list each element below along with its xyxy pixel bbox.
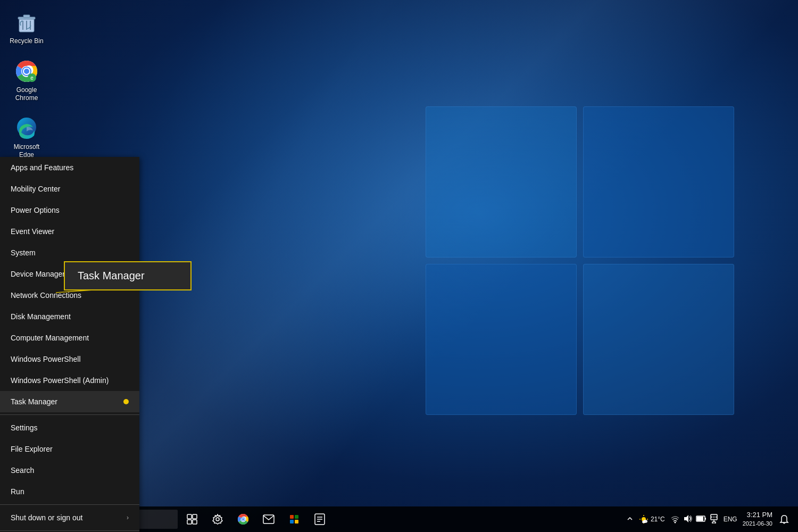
office-icon bbox=[288, 513, 300, 525]
notes-taskbar-button[interactable] bbox=[307, 506, 332, 532]
menu-item-event-viewer[interactable]: Event Viewer bbox=[0, 221, 139, 242]
chrome-svg: e bbox=[15, 60, 38, 83]
task-view-icon bbox=[187, 514, 197, 525]
windows-logo-decoration bbox=[426, 106, 734, 415]
shut-down-arrow: › bbox=[127, 514, 129, 521]
office-taskbar-button[interactable] bbox=[282, 506, 306, 532]
svg-rect-2 bbox=[23, 15, 30, 18]
menu-item-task-manager[interactable]: Task Manager bbox=[0, 391, 139, 412]
microsoft-edge-icon[interactable]: Microsoft Edge bbox=[5, 111, 48, 163]
recycle-bin-icon[interactable]: Recycle Bin bbox=[5, 5, 48, 49]
svg-rect-22 bbox=[187, 520, 192, 524]
menu-item-file-explorer[interactable]: File Explorer bbox=[0, 438, 139, 460]
menu-divider-3 bbox=[0, 530, 139, 531]
chevron-up-icon bbox=[627, 516, 633, 521]
menu-divider-2 bbox=[0, 504, 139, 505]
task-view-button[interactable] bbox=[180, 506, 204, 532]
settings-taskbar-button[interactable] bbox=[205, 506, 230, 532]
gear-icon bbox=[212, 514, 223, 525]
context-menu: Apps and Features Mobility Center Power … bbox=[0, 157, 139, 532]
language-label: ENG bbox=[724, 516, 737, 523]
menu-divider-1 bbox=[0, 414, 139, 415]
recycle-bin-label: Recycle Bin bbox=[10, 37, 43, 45]
svg-rect-31 bbox=[295, 515, 298, 519]
battery-icon bbox=[696, 515, 706, 522]
notification-button[interactable] bbox=[776, 506, 793, 532]
notification-bell-icon bbox=[779, 514, 789, 525]
menu-item-shut-down[interactable]: Shut down or sign out › bbox=[0, 507, 139, 528]
svg-rect-52 bbox=[712, 522, 716, 523]
menu-item-apps-features[interactable]: Apps and Features bbox=[0, 157, 139, 178]
menu-item-computer-management[interactable]: Computer Management bbox=[0, 327, 139, 348]
menu-item-mobility-center[interactable]: Mobility Center bbox=[0, 178, 139, 200]
logo-pane-3 bbox=[426, 264, 577, 415]
google-chrome-image: e bbox=[14, 59, 39, 84]
desktop-icons: Recycle Bin e bbox=[5, 5, 48, 163]
svg-rect-33 bbox=[295, 520, 298, 523]
chrome-taskbar-button[interactable] bbox=[231, 506, 255, 532]
menu-item-search[interactable]: Search bbox=[0, 460, 139, 481]
menu-item-system[interactable]: System bbox=[0, 242, 139, 263]
clock-date: 2021-06-30 bbox=[743, 520, 772, 528]
network-icon-button[interactable] bbox=[670, 514, 680, 525]
recycle-bin-image bbox=[14, 10, 39, 35]
menu-item-disk-management[interactable]: Disk Management bbox=[0, 306, 139, 327]
edge-svg bbox=[15, 117, 38, 140]
menu-item-power-options[interactable]: Power Options bbox=[0, 200, 139, 221]
clock-time: 3:21 PM bbox=[743, 510, 772, 520]
notes-icon bbox=[314, 513, 325, 525]
svg-point-9 bbox=[24, 69, 29, 74]
battery-icon-button[interactable] bbox=[696, 515, 706, 524]
svg-point-44 bbox=[642, 521, 645, 523]
taskbar-system-tray: 21°C bbox=[626, 506, 798, 532]
logo-pane-1 bbox=[426, 106, 577, 257]
microsoft-edge-image bbox=[14, 115, 39, 141]
svg-rect-30 bbox=[290, 515, 294, 519]
menu-item-settings[interactable]: Settings bbox=[0, 417, 139, 438]
svg-marker-46 bbox=[684, 515, 688, 522]
svg-rect-48 bbox=[697, 517, 703, 521]
menu-item-run[interactable]: Run bbox=[0, 481, 139, 502]
menu-item-windows-powershell[interactable]: Windows PowerShell bbox=[0, 348, 139, 370]
network-cable-button[interactable] bbox=[710, 514, 718, 525]
network-cable-icon bbox=[710, 514, 718, 523]
volume-icon-button[interactable] bbox=[683, 514, 693, 525]
svg-text:e: e bbox=[30, 75, 34, 81]
svg-rect-32 bbox=[290, 520, 294, 523]
language-button[interactable]: ENG bbox=[721, 516, 739, 523]
desktop: Recycle Bin e bbox=[0, 0, 798, 532]
svg-rect-49 bbox=[705, 518, 706, 520]
chrome-taskbar-icon bbox=[237, 513, 249, 525]
svg-point-28 bbox=[242, 518, 244, 520]
google-chrome-icon[interactable]: e Google Chrome bbox=[5, 54, 48, 106]
volume-icon bbox=[683, 514, 693, 523]
svg-point-24 bbox=[216, 518, 219, 521]
svg-point-45 bbox=[674, 521, 676, 523]
taskbar-app-icons bbox=[180, 506, 332, 532]
logo-pane-2 bbox=[583, 106, 734, 257]
svg-rect-21 bbox=[193, 514, 197, 519]
svg-rect-23 bbox=[193, 520, 197, 524]
svg-rect-29 bbox=[263, 515, 274, 523]
recycle-bin-svg bbox=[15, 11, 38, 34]
microsoft-edge-label: Microsoft Edge bbox=[7, 143, 46, 159]
weather-widget[interactable]: 21°C bbox=[637, 514, 667, 524]
logo-pane-4 bbox=[583, 264, 734, 415]
google-chrome-label: Google Chrome bbox=[7, 86, 46, 102]
svg-rect-20 bbox=[187, 514, 192, 519]
show-hidden-icons-button[interactable] bbox=[626, 513, 634, 525]
mail-taskbar-button[interactable] bbox=[256, 506, 281, 532]
menu-item-windows-powershell-admin[interactable]: Windows PowerShell (Admin) bbox=[0, 370, 139, 391]
task-manager-dot bbox=[123, 399, 129, 404]
clock-widget[interactable]: 3:21 PM 2021-06-30 bbox=[743, 510, 772, 528]
weather-icon bbox=[639, 514, 649, 524]
mail-icon bbox=[263, 514, 275, 524]
weather-temp: 21°C bbox=[651, 516, 665, 523]
task-manager-tooltip-text: Task Manager bbox=[78, 270, 145, 281]
task-manager-tooltip: Task Manager bbox=[64, 261, 192, 290]
wifi-icon bbox=[670, 514, 680, 523]
